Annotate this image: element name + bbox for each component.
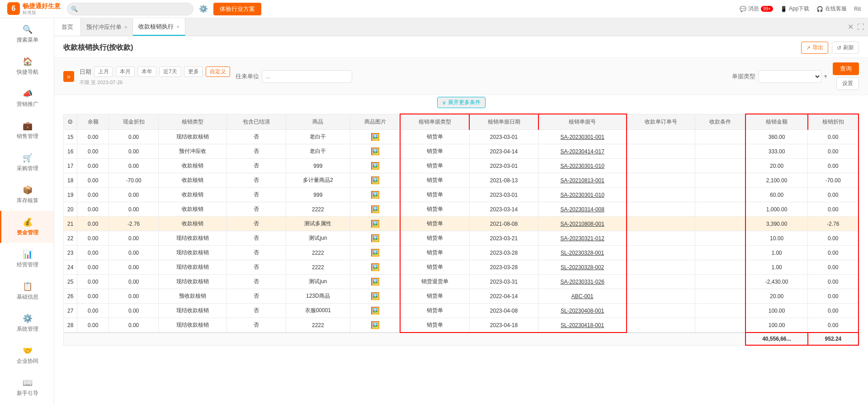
message-badge: 99+ [761,6,773,12]
sidebar-item-search[interactable]: 🔍 搜索菜单 [0,18,54,50]
system-icon: ⚙️ [23,314,33,323]
tab-prepay[interactable]: 预付冲应付单 × [81,18,133,36]
receipt-type-select[interactable] [758,70,821,83]
cell-bill-no[interactable]: SA-20230331-026 [538,275,627,289]
cell-product-img: 🖼️ [350,231,400,246]
cell-bill-no[interactable]: SA-20210808-001 [538,217,627,231]
cell-bill-no[interactable]: SL-20230328-001 [538,246,627,260]
cell-bill-no[interactable]: SL-20230408-001 [538,304,627,318]
cell-product-img: 🖼️ [350,260,400,275]
cell-balance: 0.00 [77,304,109,318]
sidebar-item-system[interactable]: ⚙️ 系统管理 [0,307,54,339]
tab-home[interactable]: 首页 [54,18,81,36]
counterpart-input[interactable] [262,70,352,83]
export-icon: ↗ [806,45,811,51]
cell-bill-no[interactable]: ABC-001 [538,289,627,304]
sidebar-item-cooperation[interactable]: 🤝 企业协同 [0,339,54,371]
gear-icon[interactable]: ⚙ [67,118,73,125]
sidebar-item-nav[interactable]: 🏠 快捷导航 [0,50,54,82]
search-icon: 🔍 [71,6,78,12]
cell-product: 2222 [286,246,350,260]
tab-close-receipt[interactable]: × [176,24,179,29]
date-7days[interactable]: 近7天 [159,67,181,77]
cell-num: 28 [64,318,77,333]
cell-num: 21 [64,217,77,231]
cell-bill-no[interactable]: SA-20230301-010 [538,159,627,173]
cell-payment-cond [695,275,745,289]
cell-product-img: 🖼️ [350,289,400,304]
cell-bill-type: 销货单 [400,246,469,260]
cell-bill-no[interactable]: SL-20230418-001 [538,318,627,333]
management-icon: 📊 [23,249,33,259]
date-this-month[interactable]: 本月 [116,67,135,77]
cell-amount: 10.00 [745,231,808,246]
cell-type: 现结收款核销 [159,318,227,333]
col-cash-discount-header: 现金折扣 [108,114,158,130]
cell-bill-no[interactable]: SA-20230414-017 [538,144,627,159]
cell-discount: 0.00 [808,231,859,246]
tab-expand[interactable]: ⛶ [857,23,864,31]
cell-order-no [627,202,695,217]
cell-product: 测试多属性 [286,217,350,231]
cell-order-no [627,289,695,304]
cell-bill-date: 2023-03-21 [469,231,538,246]
col-settings-header[interactable]: ⚙ [64,114,77,130]
cell-bill-no[interactable]: SA-20230301-001 [538,130,627,144]
cell-bill-no[interactable]: SA-20230321-012 [538,231,627,246]
cell-payment-cond [695,217,745,231]
setting-button[interactable]: 设置 [836,77,859,90]
receipt-type-label: 单据类型 [732,72,755,81]
expand-conditions-button[interactable]: ∨ 展开更多条件 [437,97,486,108]
cell-bill-type: 销货单 [400,260,469,275]
export-button[interactable]: ↗ 导出 [801,42,828,54]
cell-bill-no[interactable]: SA-20230301-010 [538,188,627,202]
filter-toggle-button[interactable]: » [63,71,74,82]
logo-name: 畅捷通好生意 [23,2,61,10]
app-download-action[interactable]: 📱 App下载 [780,5,809,13]
sidebar-item-sales[interactable]: 💼 销售管理 [0,114,54,147]
sidebar-item-management[interactable]: 📊 经营管理 [0,243,54,275]
date-more[interactable]: 更多 [184,67,203,77]
search-icon: 🔍 [23,24,33,34]
sidebar-item-purchase[interactable]: 🛒 采购管理 [0,147,54,179]
refresh-button[interactable]: ↺ 刷新 [832,42,859,54]
col-discount-header: 核销折扣 [808,114,859,130]
cell-balance: 0.00 [77,159,109,173]
cell-product-img: 🖼️ [350,318,400,333]
cell-include-settled: 否 [227,275,286,289]
tab-close-all[interactable]: ✕ [848,23,854,31]
sidebar-item-guide[interactable]: 📖 新手引导 [0,371,54,404]
online-service-action[interactable]: 🎧 在线客服 [816,5,847,13]
tab-receipt[interactable]: 收款核销执行 × [133,18,185,36]
solution-button[interactable]: 体验行业方案 [213,3,261,15]
sidebar-item-finance[interactable]: 💰 资金管理 [0,211,54,243]
date-last-month[interactable]: 上月 [94,67,113,77]
messages-action[interactable]: 💬 消息 99+ [740,5,773,13]
cell-discount: 0.00 [808,260,859,275]
filter-bar: » 日期 上月 本月 本年 近7天 更多 自定义 不限 至 2023-07-26 [54,58,868,95]
col-product-img-header: 商品图片 [350,114,400,130]
user-avatar[interactable]: Rit [854,6,861,12]
sidebar-item-marketing[interactable]: 📣 营销推广 [0,82,54,114]
cell-bill-no[interactable]: SA-20210813-001 [538,173,627,188]
cell-bill-no[interactable]: SA-20230314-008 [538,202,627,217]
cell-discount: 0.00 [808,159,859,173]
sidebar-item-basic[interactable]: 📋 基础信息 [0,275,54,307]
cell-include-settled: 否 [227,159,286,173]
table-row: 25 0.00 0.00 现结收款核销 否 测试jun 🖼️ 销货退货单 202… [64,275,859,289]
tab-close-prepay[interactable]: × [124,24,127,30]
sidebar-item-inventory[interactable]: 📦 库存核算 [0,179,54,211]
cell-bill-no[interactable]: SL-20230328-002 [538,260,627,275]
cell-product-img: 🖼️ [350,246,400,260]
query-button[interactable]: 查询 [833,62,859,75]
date-custom[interactable]: 自定义 [206,67,230,77]
cell-product: 多计量商品2 [286,173,350,188]
cell-amount: 2,100.00 [745,173,808,188]
cell-balance: 0.00 [77,289,109,304]
settings-icon[interactable]: ⚙️ [199,5,208,13]
date-this-year[interactable]: 本年 [137,67,156,77]
cell-include-settled: 否 [227,130,286,144]
cell-bill-type: 销货单 [400,304,469,318]
cell-product-img: 🖼️ [350,173,400,188]
cell-amount: 333.00 [745,144,808,159]
